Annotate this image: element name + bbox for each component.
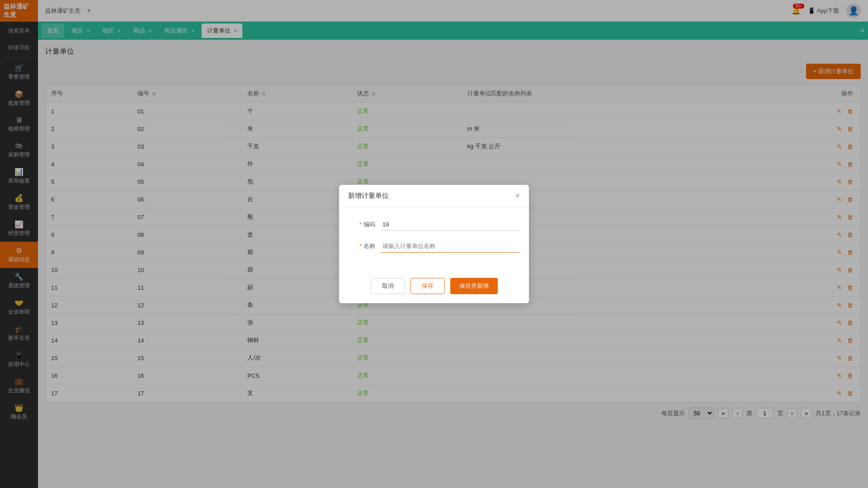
modal-title: 新增计量单位 (348, 192, 389, 200)
modal-close-button[interactable]: × (515, 191, 520, 201)
modal-body: 编码 名称 (339, 207, 529, 272)
save-and-new-button[interactable]: 保存并新增 (450, 278, 498, 294)
add-unit-modal: 新增计量单位 × 编码 名称 取消 保存 保存并新增 (339, 185, 529, 303)
code-row: 编码 (348, 218, 520, 231)
name-label: 名称 (348, 242, 375, 250)
name-row: 名称 (348, 240, 520, 253)
code-label: 编码 (348, 221, 375, 229)
cancel-button[interactable]: 取消 (371, 278, 405, 294)
code-input[interactable] (381, 218, 520, 231)
modal-header: 新增计量单位 × (339, 185, 529, 207)
modal-footer: 取消 保存 保存并新增 (339, 272, 529, 303)
name-input[interactable] (381, 240, 520, 253)
modal-overlay: 新增计量单位 × 编码 名称 取消 保存 保存并新增 (0, 0, 868, 488)
save-button[interactable]: 保存 (410, 278, 445, 294)
